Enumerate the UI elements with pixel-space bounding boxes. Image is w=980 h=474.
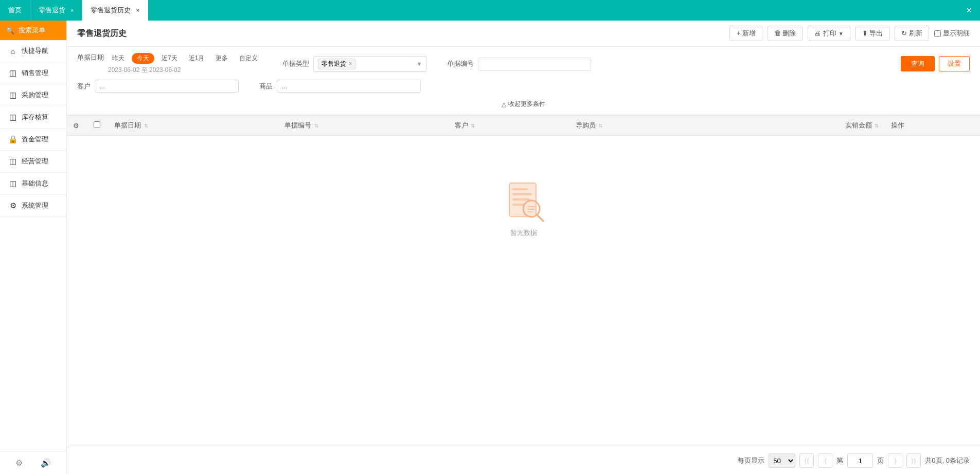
sidebar-item-operations[interactable]: ◫ 经营管理	[0, 151, 66, 173]
column-settings-icon[interactable]: ⚙	[73, 122, 79, 130]
doc-type-tag: 零售退货 ×	[318, 59, 355, 69]
col-settings[interactable]: ⚙	[67, 116, 87, 136]
doc-type-select[interactable]: 零售退货 × ▼	[313, 56, 426, 72]
sidebar-item-quick-nav[interactable]: ⌂ 快捷导航	[0, 40, 66, 62]
date-label: 单据日期	[77, 53, 104, 62]
pagination: 每页显示 20 50 100 ⟨⟨ ⟨ 第 页 ⟩ ⟩⟩ 共0页, 0条记录	[67, 447, 980, 474]
close-tab-retail-return[interactable]: ×	[70, 7, 74, 13]
filter-row-1: 单据日期 昨天 今天 近7天 近1月 更多 自定义 2023-06-02 至 2…	[77, 53, 970, 75]
sidebar-bottom: ⚙ 🔊	[0, 451, 66, 474]
svg-rect-3	[512, 198, 530, 200]
page-number-input[interactable]	[847, 453, 873, 468]
setting-button[interactable]: 设置	[939, 56, 970, 71]
doc-type-tag-close[interactable]: ×	[348, 60, 352, 67]
col-action: 操作	[885, 116, 980, 136]
tab-home[interactable]: 首页	[0, 0, 30, 21]
refresh-button[interactable]: ↻ 刷新	[895, 26, 929, 41]
date-yesterday[interactable]: 昨天	[108, 53, 129, 64]
date-range-display: 2023-06-02 至 2023-06-02	[108, 66, 262, 75]
show-detail-checkbox[interactable]	[934, 30, 941, 37]
table-header: ⚙ 单据日期 ⇅ 单据编号 ⇅	[67, 116, 980, 136]
date-today[interactable]: 今天	[132, 53, 154, 64]
data-table: ⚙ 单据日期 ⇅ 单据编号 ⇅	[67, 115, 980, 136]
query-button[interactable]: 查询	[901, 56, 935, 71]
col-doc-date[interactable]: 单据日期 ⇅	[108, 116, 278, 136]
filter-row-2: 客户 商品	[77, 80, 970, 93]
system-icon: ⚙	[8, 201, 17, 210]
next-page-button[interactable]: ⟩	[888, 453, 902, 468]
col-guide[interactable]: 导购员 ⇅	[569, 116, 715, 136]
tab-retail-return[interactable]: 零售退货 ×	[30, 0, 82, 21]
gear-icon[interactable]: ⚙	[15, 458, 23, 468]
purchase-icon: ◫	[8, 90, 17, 100]
col-customer[interactable]: 客户 ⇅	[449, 116, 569, 136]
tab-retail-return-history[interactable]: 零售退货历史 ×	[82, 0, 148, 21]
show-detail-checkbox-label[interactable]: 显示明细	[934, 29, 970, 38]
page-size-select[interactable]: 20 50 100	[769, 453, 795, 468]
add-button[interactable]: + 新增	[729, 26, 762, 41]
close-tab-retail-return-history[interactable]: ×	[136, 7, 139, 13]
doc-type-dropdown-icon[interactable]: ▼	[416, 61, 422, 67]
sidebar-item-basic-info[interactable]: ◫ 基础信息	[0, 173, 66, 195]
print-dropdown-icon[interactable]: ▼	[839, 31, 844, 37]
print-button[interactable]: 🖨 打印 ▼	[808, 26, 850, 41]
goods-filter-group: 商品	[259, 80, 421, 93]
collapse-icon: △	[502, 101, 506, 108]
doc-type-filter-group: 单据类型 零售退货 × ▼	[282, 56, 426, 72]
table-area: ⚙ 单据日期 ⇅ 单据编号 ⇅	[67, 115, 980, 447]
collapse-button[interactable]: △ 收起更多条件	[502, 100, 545, 108]
sidebar-search[interactable]: 🔍 搜索菜单	[0, 21, 66, 40]
sort-doc-date-icon[interactable]: ⇅	[144, 123, 148, 129]
close-window-button[interactable]: ×	[958, 5, 980, 16]
doc-no-label: 单据编号	[447, 59, 474, 68]
sort-doc-no-icon[interactable]: ⇅	[314, 123, 318, 129]
filter-action-buttons: 查询 设置	[901, 56, 970, 71]
sort-guide-icon[interactable]: ⇅	[598, 123, 602, 129]
date-1month[interactable]: 近1月	[185, 53, 209, 64]
sort-customer-icon[interactable]: ⇅	[471, 123, 475, 129]
date-shortcuts: 昨天 今天 近7天 近1月 更多 自定义	[108, 53, 262, 64]
last-page-button[interactable]: ⟩⟩	[906, 453, 921, 468]
date-custom[interactable]: 自定义	[235, 53, 262, 64]
col-amount[interactable]: 实销金额 ⇅	[715, 116, 885, 136]
sidebar-item-sales-mgmt[interactable]: ◫ 销售管理	[0, 62, 66, 84]
delete-button[interactable]: 🗑 删除	[768, 26, 803, 41]
content-area: 零售退货历史 + 新增 🗑 删除 🖨 打印 ▼ ⬆ 导出 ↻ 刷新	[67, 21, 980, 474]
total-info: 共0页, 0条记录	[925, 456, 970, 465]
sidebar-item-finance[interactable]: 🔒 资金管理	[0, 129, 66, 151]
customer-filter-group: 客户	[77, 80, 239, 93]
prev-page-button[interactable]: ⟨	[818, 453, 832, 468]
select-all-checkbox[interactable]	[94, 121, 100, 128]
empty-text: 暂无数据	[510, 228, 537, 238]
date-more[interactable]: 更多	[211, 53, 232, 64]
sidebar-item-system-mgmt[interactable]: ⚙ 系统管理	[0, 195, 66, 217]
sidebar-item-purchase-mgmt[interactable]: ◫ 采购管理	[0, 84, 66, 106]
main-layout: 🔍 搜索菜单 ⌂ 快捷导航 ◫ 销售管理 ◫ 采购管理 ◫ 库存核算 🔒 资金管…	[0, 21, 980, 474]
finance-icon: 🔒	[8, 135, 17, 144]
sidebar-item-inventory[interactable]: ◫ 库存核算	[0, 106, 66, 129]
audio-icon[interactable]: 🔊	[41, 458, 51, 468]
svg-line-6	[537, 215, 543, 221]
operations-icon: ◫	[8, 157, 17, 166]
goods-input[interactable]	[277, 80, 421, 93]
col-doc-no[interactable]: 单据编号 ⇅	[278, 116, 449, 136]
customer-label: 客户	[77, 82, 91, 91]
goods-label: 商品	[259, 82, 273, 91]
page-size-label: 每页显示	[738, 456, 764, 465]
date-7days[interactable]: 近7天	[157, 53, 182, 64]
doc-no-input[interactable]	[478, 58, 591, 70]
empty-illustration	[498, 177, 549, 228]
col-checkbox[interactable]	[87, 116, 108, 136]
basic-info-icon: ◫	[8, 179, 17, 188]
top-bar: 首页 零售退货 × 零售退货历史 × ×	[0, 0, 980, 21]
header-actions: + 新增 🗑 删除 🖨 打印 ▼ ⬆ 导出 ↻ 刷新 显示明细	[729, 26, 970, 41]
page-label: 第	[836, 456, 843, 465]
home-icon: ⌂	[8, 46, 17, 56]
page-title: 零售退货历史	[77, 28, 127, 39]
export-button[interactable]: ⬆ 导出	[856, 26, 890, 41]
sales-icon: ◫	[8, 68, 17, 78]
sort-amount-icon[interactable]: ⇅	[875, 123, 879, 129]
customer-input[interactable]	[95, 80, 239, 93]
first-page-button[interactable]: ⟨⟨	[799, 453, 814, 468]
svg-rect-2	[512, 193, 532, 195]
